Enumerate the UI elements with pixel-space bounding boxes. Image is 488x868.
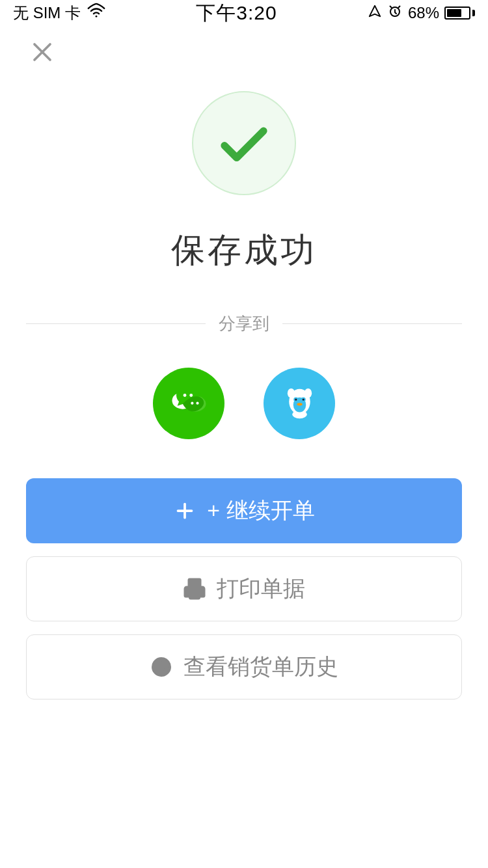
printer-icon [183, 577, 206, 601]
share-section: 分享到 [0, 312, 488, 439]
history-button[interactable]: 查看销货单历史 [26, 634, 462, 699]
share-buttons [26, 368, 462, 439]
share-divider: 分享到 [26, 312, 462, 335]
svg-point-9 [191, 401, 193, 404]
divider-line-right [282, 323, 462, 324]
wechat-icon [168, 383, 210, 425]
svg-point-18 [295, 398, 297, 400]
battery-icon [444, 7, 475, 20]
svg-point-19 [302, 398, 304, 400]
location-icon [368, 4, 382, 22]
status-left: 无 SIM 卡 [13, 2, 105, 24]
svg-rect-24 [190, 594, 200, 599]
share-label: 分享到 [219, 312, 269, 335]
battery-percentage: 68% [408, 4, 439, 22]
qq-icon [278, 383, 321, 425]
wifi-icon [87, 2, 105, 24]
alarm-icon [387, 3, 403, 23]
signal-text: 无 SIM 卡 [13, 3, 81, 23]
svg-point-0 [96, 16, 98, 18]
print-button[interactable]: 打印单据 [26, 556, 462, 621]
checkmark-icon [215, 114, 273, 172]
svg-point-14 [304, 388, 311, 398]
status-time: 下午3:20 [196, 0, 277, 27]
main-content: 保存成功 分享到 [0, 26, 488, 699]
svg-point-13 [287, 388, 294, 398]
print-label: 打印单据 [217, 574, 305, 604]
divider-line-left [26, 323, 206, 324]
history-icon [150, 655, 173, 679]
svg-rect-23 [189, 579, 200, 587]
svg-point-8 [189, 394, 193, 397]
svg-point-10 [196, 401, 198, 404]
share-wechat-button[interactable] [153, 368, 224, 439]
share-qq-button[interactable] [264, 368, 335, 439]
action-buttons: + 继续开单 打印单据 查看销货单历史 [0, 478, 488, 699]
history-label: 查看销货单历史 [183, 652, 338, 682]
status-right: 68% [368, 3, 475, 23]
continue-label: + 继续开单 [207, 496, 314, 526]
svg-marker-1 [370, 6, 381, 17]
close-button[interactable] [26, 36, 59, 68]
status-bar: 无 SIM 卡 下午3:20 68% [0, 0, 488, 26]
svg-point-7 [183, 394, 186, 397]
success-title: 保存成功 [171, 228, 317, 273]
svg-point-20 [297, 403, 302, 405]
plus-icon [173, 499, 197, 522]
success-icon-wrapper [192, 91, 296, 195]
continue-button[interactable]: + 继续开单 [26, 478, 462, 543]
